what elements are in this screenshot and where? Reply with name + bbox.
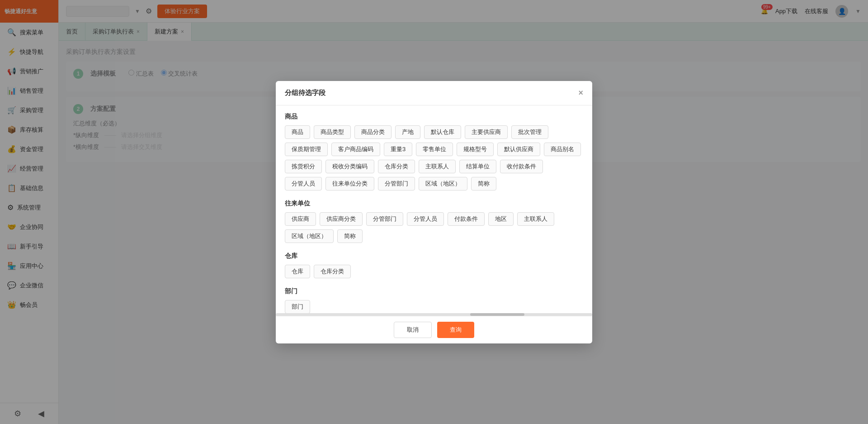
modal-body: 商品商品商品类型商品分类产地默认仓库主要供应商批次管理保质期管理客户商品编码重量… [276, 105, 592, 314]
field-tag-3-0[interactable]: 部门 [285, 300, 310, 314]
field-group-title-1: 往来单位 [285, 200, 583, 208]
field-tags-2: 仓库仓库分类 [285, 265, 583, 278]
field-tag-1-0[interactable]: 供应商 [285, 212, 316, 226]
field-tag-0-15[interactable]: 税收分类编码 [326, 160, 374, 173]
field-group-2: 仓库仓库仓库分类 [285, 252, 583, 278]
field-tags-3: 部门 [285, 300, 583, 314]
field-tag-0-17[interactable]: 主联系人 [419, 160, 456, 173]
field-tag-1-7[interactable]: 区域（地区） [285, 229, 334, 243]
field-tag-1-1[interactable]: 供应商分类 [320, 212, 363, 226]
field-tag-2-1[interactable]: 仓库分类 [314, 265, 351, 278]
field-tag-0-13[interactable]: 商品别名 [544, 143, 581, 156]
field-tag-0-4[interactable]: 默认仓库 [424, 125, 461, 139]
field-tag-0-20[interactable]: 分管人员 [285, 177, 322, 191]
field-group-1: 往来单位供应商供应商分类分管部门分管人员付款条件地区主联系人区域（地区）简称 [285, 200, 583, 243]
field-tag-0-7[interactable]: 保质期管理 [285, 143, 328, 156]
field-select-modal: 分组待选字段 × 商品商品商品类型商品分类产地默认仓库主要供应商批次管理保质期管… [276, 81, 592, 343]
field-group-title-0: 商品 [285, 113, 583, 121]
field-tag-0-0[interactable]: 商品 [285, 125, 310, 139]
modal-title: 分组待选字段 [285, 89, 326, 97]
field-tag-0-6[interactable]: 批次管理 [511, 125, 548, 139]
field-tag-0-21[interactable]: 往来单位分类 [326, 177, 374, 191]
field-tag-1-5[interactable]: 地区 [488, 212, 514, 226]
field-tag-0-14[interactable]: 拣货积分 [285, 160, 322, 173]
modal-header: 分组待选字段 × [276, 81, 592, 105]
field-tag-0-10[interactable]: 零售单位 [416, 143, 453, 156]
field-tag-1-4[interactable]: 付款条件 [448, 212, 485, 226]
field-tag-0-18[interactable]: 结算单位 [459, 160, 496, 173]
modal-overlay: 分组待选字段 × 商品商品商品类型商品分类产地默认仓库主要供应商批次管理保质期管… [0, 0, 868, 424]
field-group-title-2: 仓库 [285, 252, 583, 260]
field-tag-0-12[interactable]: 默认供应商 [497, 143, 540, 156]
field-tag-1-8[interactable]: 简称 [337, 229, 363, 243]
field-tag-0-2[interactable]: 商品分类 [354, 125, 392, 139]
field-tag-0-22[interactable]: 分管部门 [378, 177, 415, 191]
confirm-button[interactable]: 查询 [437, 322, 474, 338]
field-tag-0-24[interactable]: 简称 [471, 177, 496, 191]
field-tag-0-8[interactable]: 客户商品编码 [331, 143, 380, 156]
field-tag-0-23[interactable]: 区域（地区） [419, 177, 467, 191]
modal-close-button[interactable]: × [578, 88, 583, 98]
field-tag-0-1[interactable]: 商品类型 [314, 125, 351, 139]
field-tag-0-11[interactable]: 规格型号 [457, 143, 494, 156]
field-tag-0-3[interactable]: 产地 [395, 125, 420, 139]
field-tag-0-5[interactable]: 主要供应商 [465, 125, 508, 139]
field-tag-0-19[interactable]: 收付款条件 [500, 160, 543, 173]
field-tags-0: 商品商品类型商品分类产地默认仓库主要供应商批次管理保质期管理客户商品编码重量3零… [285, 125, 583, 191]
field-group-0: 商品商品商品类型商品分类产地默认仓库主要供应商批次管理保质期管理客户商品编码重量… [285, 113, 583, 191]
field-tags-1: 供应商供应商分类分管部门分管人员付款条件地区主联系人区域（地区）简称 [285, 212, 583, 243]
field-tag-1-2[interactable]: 分管部门 [366, 212, 403, 226]
cancel-button[interactable]: 取消 [394, 322, 432, 338]
field-group-3: 部门部门 [285, 287, 583, 314]
field-tag-2-0[interactable]: 仓库 [285, 265, 310, 278]
field-tag-1-3[interactable]: 分管人员 [407, 212, 444, 226]
modal-footer: 取消 查询 [276, 316, 592, 343]
horizontal-scrollbar[interactable] [276, 314, 592, 316]
field-tag-1-6[interactable]: 主联系人 [517, 212, 554, 226]
field-group-title-3: 部门 [285, 287, 583, 295]
field-tag-0-9[interactable]: 重量3 [384, 143, 412, 156]
field-tag-0-16[interactable]: 仓库分类 [378, 160, 415, 173]
